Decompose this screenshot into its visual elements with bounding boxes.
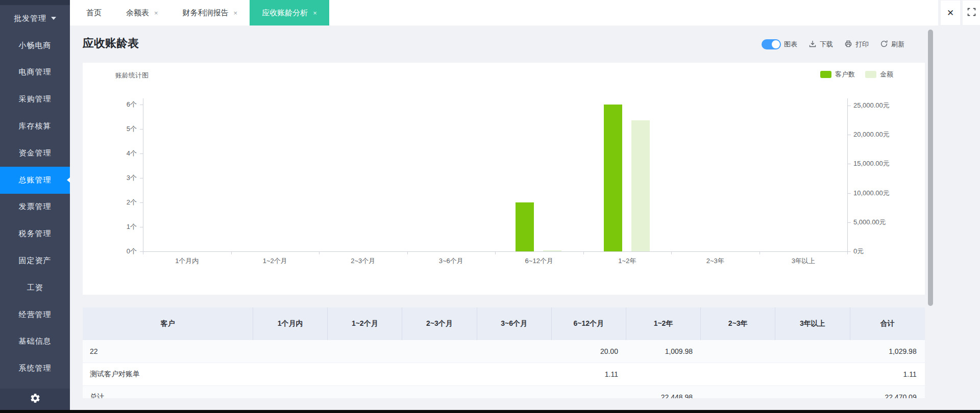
x-axis-category-label: 1~2个月 (234, 256, 316, 266)
sidebar-item-总账管理[interactable]: 总账管理 (0, 167, 70, 194)
sidebar-item-系统管理[interactable]: 系统管理 (0, 355, 70, 382)
tab-应收账龄分析[interactable]: 应收账龄分析× (250, 0, 329, 25)
x-axis-category-label: 1个月内 (146, 256, 228, 266)
bar-amount-1~2年 (631, 120, 650, 251)
print-label: 打印 (855, 40, 869, 49)
tab-首页[interactable]: 首页 (74, 0, 114, 25)
sidebar-item-label: 税务管理 (19, 229, 52, 239)
sidebar-item-label: 批发管理 (14, 14, 46, 23)
table-header-6~12个月: 6~12个月 (552, 307, 626, 340)
right-axis-tick-label: 20,000.00元 (853, 130, 890, 139)
gear-icon (30, 393, 41, 406)
table-cell-value: 22,448.98 (626, 386, 701, 398)
table-cell-value (253, 386, 328, 398)
sidebar-item-采购管理[interactable]: 采购管理 (0, 86, 70, 113)
left-axis-tickmark (140, 202, 143, 203)
table-cell-value (775, 340, 850, 363)
table-cell-customer: 测试客户对账单 (83, 363, 253, 386)
table-cell-value: 1.11 (850, 363, 925, 386)
sidebar-item-经营管理[interactable]: 经营管理 (0, 301, 70, 328)
tab-close-icon[interactable]: × (234, 9, 238, 17)
fullscreen-button[interactable] (963, 1, 980, 25)
left-axis-line (143, 98, 143, 251)
download-button[interactable]: 下载 (808, 40, 833, 49)
table-cell-value (701, 363, 775, 386)
sidebar-item-label: 系统管理 (19, 364, 52, 373)
aging-chart-card: 账龄统计图 客户数金额 0个1个2个3个4个5个6个0元5,000.00元10,… (83, 63, 925, 295)
table-cell-value (328, 386, 402, 398)
left-axis-tick-label: 2个 (101, 198, 137, 207)
left-axis-tickmark (140, 129, 143, 130)
caret-down-icon (51, 17, 56, 20)
table-cell-value: 22,470.09 (850, 386, 925, 398)
left-axis-tick-label: 5个 (101, 124, 137, 134)
toggle-knob (772, 40, 780, 48)
right-axis-tickmark (848, 222, 851, 223)
table-cell-value (552, 386, 626, 398)
refresh-button[interactable]: 刷新 (880, 40, 904, 49)
sidebar-item-label: 经营管理 (19, 310, 52, 320)
settings-gear-button[interactable] (0, 389, 70, 410)
sidebar-item-小畅电商[interactable]: 小畅电商 (0, 32, 70, 59)
sidebar-item-电商管理[interactable]: 电商管理 (0, 59, 70, 86)
sidebar-item-固定资产[interactable]: 固定资产 (0, 247, 70, 274)
right-axis-tickmark (848, 106, 851, 106)
print-button[interactable]: 打印 (844, 40, 869, 49)
left-axis-tick-label: 6个 (101, 100, 137, 109)
sidebar-item-label: 电商管理 (19, 67, 52, 77)
table-cell-value (775, 363, 850, 386)
table-cell-value (701, 340, 775, 363)
bar-amount-6~12个月 (543, 250, 561, 251)
page-scrollbar-thumb[interactable] (928, 30, 933, 306)
sidebar-item-税务管理[interactable]: 税务管理 (0, 220, 70, 247)
download-icon (808, 40, 817, 49)
table-header-客户: 客户 (83, 307, 253, 340)
sidebar-item-label: 小畅电商 (19, 41, 52, 50)
right-axis-tick-label: 0元 (853, 247, 864, 256)
table-cell-value (477, 386, 552, 398)
right-axis-tick-label: 10,000.00元 (853, 189, 890, 198)
sidebar-item-发票管理[interactable]: 发票管理 (0, 194, 70, 221)
table-cell-value: 1,009.98 (626, 340, 701, 363)
left-axis-tickmark (140, 153, 143, 154)
tab-bar: 首页余额表×财务利润报告×应收账龄分析× (70, 0, 938, 25)
refresh-label: 刷新 (891, 40, 904, 49)
tab-close-icon[interactable]: × (313, 9, 317, 17)
table-cell-value: 20.00 (552, 340, 626, 363)
right-axis-tick-label: 25,000.00元 (853, 101, 890, 110)
sidebar-item-工资[interactable]: 工资 (0, 274, 70, 301)
x-axis-tickmark (143, 251, 143, 254)
x-axis-category-label: 3~6个月 (410, 256, 492, 266)
right-axis-tick-label: 5,000.00元 (853, 218, 886, 227)
table-cell-value (477, 340, 552, 363)
table-cell-value (402, 386, 477, 398)
toolbar: 图表 下载 打印 刷新 (762, 39, 904, 49)
x-axis-tickmark (583, 251, 584, 254)
left-axis-tickmark (140, 227, 143, 227)
table-header-1~2个月: 1~2个月 (328, 307, 402, 340)
table-header-合计: 合计 (850, 307, 925, 340)
sidebar-item-基础信息[interactable]: 基础信息 (0, 328, 70, 355)
close-icon: ✕ (947, 8, 954, 18)
tab-close-icon[interactable]: × (154, 9, 158, 17)
x-axis-category-label: 1~2年 (586, 256, 668, 266)
tab-余额表[interactable]: 余额表× (114, 0, 170, 25)
close-window-button[interactable]: ✕ (941, 1, 960, 25)
table-cell-value (253, 340, 328, 363)
bar-customers-1~2年 (604, 105, 622, 251)
fullscreen-icon (967, 8, 976, 18)
app-window: 批发管理小畅电商电商管理采购管理库存核算资金管理总账管理发票管理税务管理固定资产… (0, 0, 980, 413)
table-cell-value: 1.11 (552, 363, 626, 386)
active-item-arrow (67, 177, 70, 183)
sidebar-item-库存核算[interactable]: 库存核算 (0, 113, 70, 140)
sidebar-item-批发管理[interactable]: 批发管理 (0, 5, 70, 32)
tab-财务利润报告[interactable]: 财务利润报告× (170, 0, 250, 25)
x-axis-category-label: 6~12个月 (498, 256, 580, 266)
chart-toggle[interactable] (762, 39, 781, 49)
x-axis-tickmark (407, 251, 408, 254)
sidebar-top-strip (0, 0, 70, 5)
bar-customers-6~12个月 (516, 202, 534, 251)
aging-table-wrap: 客户1个月内1~2个月2~3个月3~6个月6~12个月1~2年2~3年3年以上合… (83, 307, 925, 398)
right-axis-line (847, 98, 848, 251)
sidebar-item-资金管理[interactable]: 资金管理 (0, 140, 70, 167)
